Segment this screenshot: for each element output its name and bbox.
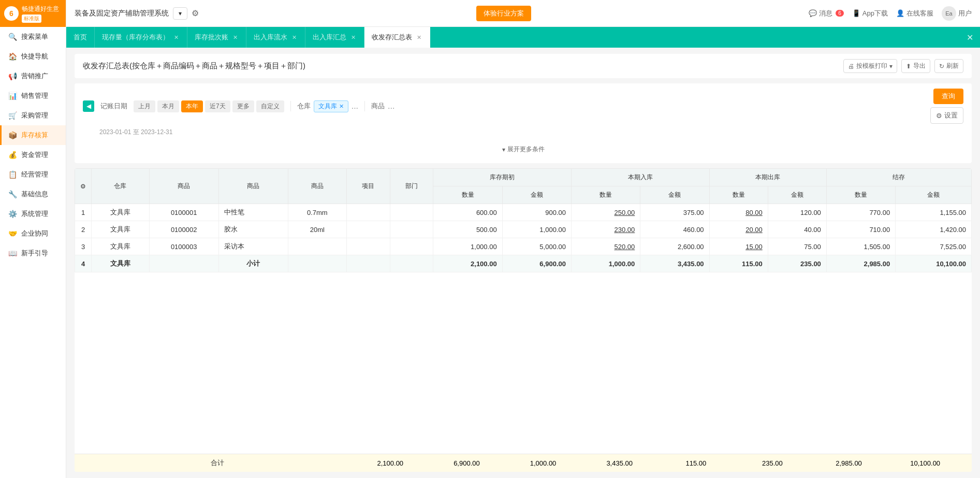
sidebar-label-system: 系统管理	[21, 209, 48, 219]
print-button[interactable]: 🖨 按模板打印 ▾	[843, 59, 897, 73]
main-content: 装备及固定资产辅助管理系统 ▾ ⚙ 体验行业方案 💬 消息 6 📱 App下载 …	[66, 0, 980, 478]
row-code: 0100002	[149, 221, 218, 238]
tab-close-stock-dist[interactable]: ✕	[172, 34, 180, 41]
row-spec	[288, 255, 346, 272]
refresh-button[interactable]: ↻ 刷新	[934, 59, 963, 73]
sidebar-item-quick-nav[interactable]: 🏠快捷导航	[0, 47, 66, 66]
expand-button[interactable]: ▾ 展开更多条件	[498, 143, 549, 156]
tab-label-recv-send: 收发存汇总表	[372, 33, 412, 42]
app-download-item[interactable]: 📱 App下载	[852, 9, 888, 18]
row-dept	[390, 238, 433, 255]
row-dept	[390, 255, 433, 272]
query-button[interactable]: 查询	[933, 89, 963, 104]
tab-close-recv-send[interactable]: ✕	[415, 34, 422, 41]
user-item[interactable]: Ea 用户	[942, 6, 972, 21]
th-closing-qty: 数量	[826, 186, 895, 204]
sidebar-item-inventory[interactable]: 📦库存核算	[0, 125, 66, 145]
sidebar-item-collab[interactable]: 🤝企业协同	[0, 224, 66, 243]
row-out-qty-link[interactable]: 80.00	[745, 209, 763, 216]
tab-batch[interactable]: 库存批次账✕	[187, 27, 246, 48]
row-out-qty[interactable]: 15.00	[709, 238, 768, 255]
sidebar-item-guide[interactable]: 📖新手引导	[0, 243, 66, 263]
tab-bar-close[interactable]: ✕	[959, 27, 980, 48]
sidebar-label-search: 搜索菜单	[21, 32, 48, 41]
row-in-qty-link[interactable]: 230.00	[615, 226, 635, 234]
sidebar-item-marketing[interactable]: 📢营销推广	[0, 66, 66, 86]
online-service-item[interactable]: 👤 在线客服	[896, 9, 933, 18]
row-out-qty-link[interactable]: 15.00	[745, 243, 763, 251]
system-selector[interactable]: ▾	[173, 7, 187, 20]
th-settings[interactable]: ⚙	[75, 169, 92, 204]
date-btn-more[interactable]: 更多	[232, 100, 254, 112]
sidebar-item-basic[interactable]: 🔧基础信息	[0, 184, 66, 204]
row-in-qty[interactable]: 230.00	[571, 221, 640, 238]
date-btn-this-month[interactable]: 本月	[157, 100, 179, 112]
sidebar-icon-collab: 🤝	[8, 229, 17, 238]
warehouse-dots[interactable]: ...	[352, 102, 358, 111]
footer-in-amt: 3,435.00	[581, 459, 658, 467]
date-btn-custom[interactable]: 自定义	[256, 100, 284, 112]
sidebar-item-sales[interactable]: 📊销售管理	[0, 86, 66, 106]
row-opening-qty: 1,000.00	[433, 238, 502, 255]
tab-summary-out[interactable]: 出入库汇总✕	[305, 27, 364, 48]
row-name: 胶水	[218, 221, 288, 238]
logo-badge: 标准版	[22, 15, 41, 23]
row-in-qty[interactable]: 520.00	[571, 238, 640, 255]
sidebar: 6 畅捷通好生意 标准版 🔍搜索菜单🏠快捷导航📢营销推广📊销售管理🛒采购管理📦库…	[0, 0, 66, 478]
row-in-qty-link[interactable]: 250.00	[615, 209, 635, 216]
sidebar-label-purchase: 采购管理	[21, 111, 48, 120]
filter-sep-2	[364, 101, 365, 111]
row-in-amt: 375.00	[640, 204, 709, 221]
row-out-qty[interactable]: 20.00	[709, 221, 768, 238]
row-closing-qty: 710.00	[826, 221, 895, 238]
sidebar-icon-search: 🔍	[8, 33, 17, 41]
th-in-qty: 数量	[571, 186, 640, 204]
sidebar-item-search[interactable]: 🔍搜索菜单	[0, 27, 66, 47]
tab-stock-dist[interactable]: 现存量（库存分布表）✕	[95, 27, 187, 48]
filter-collapse-btn[interactable]: ◀	[83, 100, 94, 112]
tab-home[interactable]: 首页	[66, 27, 95, 48]
tab-label-batch: 库存批次账	[195, 33, 228, 42]
sidebar-item-purchase[interactable]: 🛒采购管理	[0, 106, 66, 125]
row-out-qty-link[interactable]: 20.00	[745, 226, 763, 234]
filter-settings-button[interactable]: ⚙ 设置	[930, 107, 963, 124]
date-btn-7days[interactable]: 近7天	[205, 100, 230, 112]
logo-text: 畅捷通好生意 标准版	[22, 5, 59, 23]
row-out-amt: 40.00	[768, 221, 826, 238]
sidebar-item-system[interactable]: ⚙️系统管理	[0, 204, 66, 224]
row-out-amt: 120.00	[768, 204, 826, 221]
warehouse-tag-close[interactable]: ✕	[339, 103, 344, 110]
row-in-qty[interactable]: 250.00	[571, 204, 640, 221]
tab-close-batch[interactable]: ✕	[231, 34, 239, 41]
th-opening-qty: 数量	[433, 186, 502, 204]
row-name: 采访本	[218, 238, 288, 255]
export-button[interactable]: ⬆ 导出	[901, 59, 930, 73]
th-dept: 部门	[390, 169, 433, 204]
row-no: 2	[75, 221, 92, 238]
date-btn-this-year[interactable]: 本年	[181, 100, 203, 112]
sidebar-label-quick-nav: 快捷导航	[21, 52, 48, 61]
row-in-qty-link[interactable]: 520.00	[615, 243, 635, 251]
page-title-actions: 🖨 按模板打印 ▾ ⬆ 导出 ↻ 刷新	[843, 59, 963, 73]
data-table: ⚙ 仓库 商品 商品 商品 项目 部门 库存期初 本期入库 本期出库 结存	[75, 168, 972, 272]
settings-icon[interactable]: ⚙	[192, 8, 199, 18]
row-name: 小计	[218, 255, 288, 272]
row-out-amt: 75.00	[768, 238, 826, 255]
goods-dots[interactable]: ...	[388, 102, 394, 111]
date-btn-last-month[interactable]: 上月	[134, 100, 155, 112]
sidebar-label-marketing: 营销推广	[21, 71, 48, 81]
messages-item[interactable]: 💬 消息 6	[809, 9, 844, 18]
row-in-amt: 3,435.00	[640, 255, 709, 272]
row-project	[346, 221, 390, 238]
header-right: 💬 消息 6 📱 App下载 👤 在线客服 Ea 用户	[809, 6, 972, 21]
tab-close-flow[interactable]: ✕	[290, 34, 298, 41]
row-name: 中性笔	[218, 204, 288, 221]
tab-flow[interactable]: 出入库流水✕	[246, 27, 305, 48]
sidebar-item-operation[interactable]: 📋经营管理	[0, 165, 66, 184]
tab-recv-send[interactable]: 收发存汇总表✕	[364, 27, 430, 48]
sidebar-icon-marketing: 📢	[8, 72, 17, 80]
sidebar-item-finance[interactable]: 💰资金管理	[0, 145, 66, 165]
experience-button[interactable]: 体验行业方案	[476, 6, 531, 21]
tab-close-summary-out[interactable]: ✕	[349, 34, 357, 41]
row-out-qty[interactable]: 80.00	[709, 204, 768, 221]
